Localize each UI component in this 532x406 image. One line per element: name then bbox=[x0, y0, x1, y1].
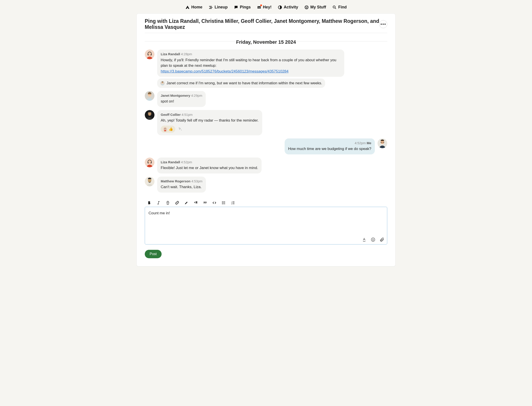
composer-bottom-tools bbox=[362, 237, 384, 242]
nav-home[interactable]: Home bbox=[185, 5, 202, 9]
svg-rect-27 bbox=[223, 204, 225, 204]
svg-rect-29 bbox=[233, 202, 234, 202]
top-nav: Home Lineup Pings Hey! Activity My Stuff… bbox=[0, 0, 532, 14]
text-style-button[interactable] bbox=[362, 237, 367, 242]
date-divider: Friday, November 15 2024 bbox=[145, 33, 387, 50]
svg-rect-23 bbox=[223, 202, 225, 202]
message-author: Liza Randall bbox=[161, 52, 180, 56]
avatar[interactable] bbox=[145, 110, 155, 120]
message-row: Liza Randall4:52pm Flexible! Just let me… bbox=[145, 158, 344, 174]
svg-point-26 bbox=[222, 203, 223, 204]
message-row-mine: 4:52pmMe How much time are we budgeting … bbox=[285, 138, 387, 154]
message-text: Ah, yep! Totally fell off my radar — tha… bbox=[161, 118, 259, 123]
message-bubble[interactable]: Matthew Rogerson4:53pm Can't wait. Thank… bbox=[157, 177, 206, 193]
message-author: Matthew Rogerson bbox=[161, 179, 190, 183]
attachment-button[interactable] bbox=[379, 237, 384, 242]
message-author: Me bbox=[367, 141, 371, 145]
svg-rect-14 bbox=[209, 6, 212, 7]
cursor-click-icon bbox=[178, 127, 183, 131]
emoji-button[interactable] bbox=[371, 237, 376, 242]
lineup-icon bbox=[209, 5, 213, 9]
message-bubble[interactable]: Geoff Collier4:51pm Ah, yep! Totally fel… bbox=[157, 110, 262, 135]
svg-point-20 bbox=[307, 7, 307, 7]
bold-button[interactable] bbox=[147, 201, 151, 205]
reaction-avatar bbox=[163, 127, 167, 131]
more-options-button[interactable]: ••• bbox=[379, 20, 387, 28]
nav-home-label: Home bbox=[191, 5, 202, 9]
reaction-pill[interactable]: 👍 bbox=[161, 126, 175, 133]
nav-mystuff[interactable]: My Stuff bbox=[304, 5, 326, 9]
message-time: 4:51pm bbox=[182, 113, 193, 116]
message-author: Liza Randall bbox=[161, 160, 180, 164]
heading-button[interactable] bbox=[193, 201, 198, 205]
quote-button[interactable] bbox=[203, 201, 207, 205]
message-subnote[interactable]: Janet correct me if I'm wrong, but we wa… bbox=[157, 79, 325, 88]
thumbs-up-icon: 👍 bbox=[169, 126, 173, 132]
message-time: 4:53pm bbox=[191, 179, 202, 183]
code-button[interactable] bbox=[212, 201, 217, 205]
highlight-button[interactable] bbox=[184, 201, 189, 205]
avatar[interactable] bbox=[145, 177, 155, 186]
svg-rect-15 bbox=[210, 7, 213, 8]
svg-rect-33 bbox=[233, 204, 234, 204]
nav-lineup-label: Lineup bbox=[215, 5, 228, 9]
avatar[interactable] bbox=[145, 158, 155, 167]
nav-mystuff-label: My Stuff bbox=[310, 5, 326, 9]
composer-input[interactable]: Count me in! bbox=[145, 207, 387, 245]
tent-icon bbox=[185, 5, 190, 9]
message-text: Flexible! Just let me or Janet know what… bbox=[161, 165, 258, 171]
search-icon bbox=[332, 5, 337, 9]
add-reaction-button[interactable] bbox=[177, 126, 183, 132]
message-time: 4:52pm bbox=[355, 141, 366, 145]
svg-point-21 bbox=[333, 6, 335, 8]
avatar[interactable] bbox=[377, 138, 387, 148]
message-time: 4:28pm bbox=[181, 52, 192, 56]
message-bubble[interactable]: Liza Randall4:28pm Howdy, if ya'll: Frie… bbox=[157, 50, 344, 77]
message-link[interactable]: https://3.basecamp.com/5185276/buckets/2… bbox=[161, 69, 289, 73]
message-time: 4:52pm bbox=[181, 160, 192, 164]
reactions-bar: 👍 bbox=[161, 126, 259, 133]
link-button[interactable] bbox=[175, 201, 179, 205]
chat-icon bbox=[234, 5, 238, 9]
ping-card: Ping with Liza Randall, Christina Miller… bbox=[136, 14, 396, 267]
composer-value: Count me in! bbox=[149, 211, 170, 215]
nav-pings[interactable]: Pings bbox=[234, 5, 251, 9]
smile-icon bbox=[304, 5, 309, 9]
message-row: Janet Montgomery4:29pm spot on! bbox=[145, 91, 344, 107]
italic-button[interactable] bbox=[156, 201, 161, 205]
svg-point-35 bbox=[372, 239, 373, 239]
message-author: Geoff Collier bbox=[161, 113, 181, 116]
nav-hey[interactable]: Hey! bbox=[257, 5, 271, 9]
nav-activity[interactable]: Activity bbox=[278, 5, 298, 9]
message-bubble[interactable]: Janet Montgomery4:29pm spot on! bbox=[157, 91, 206, 107]
message-bubble[interactable]: 4:52pmMe How much time are we budgeting … bbox=[285, 138, 375, 154]
avatar[interactable] bbox=[145, 50, 155, 59]
notification-dot-icon bbox=[260, 4, 262, 6]
nav-hey-label: Hey! bbox=[263, 5, 271, 9]
nav-pings-label: Pings bbox=[240, 5, 251, 9]
message-row: Matthew Rogerson4:53pm Can't wait. Thank… bbox=[145, 177, 344, 193]
svg-rect-16 bbox=[209, 8, 212, 9]
nav-find[interactable]: Find bbox=[332, 5, 347, 9]
message-row: Liza Randall4:28pm Howdy, if ya'll: Frie… bbox=[145, 50, 344, 88]
strike-button[interactable] bbox=[166, 201, 170, 205]
post-button[interactable]: Post bbox=[145, 250, 162, 258]
message-text: Can't wait. Thanks, Liza. bbox=[161, 184, 202, 190]
svg-point-22 bbox=[222, 201, 223, 202]
svg-rect-31 bbox=[233, 203, 234, 203]
svg-point-24 bbox=[222, 202, 223, 203]
message-text: spot on! bbox=[161, 99, 202, 104]
composer-toolbar: 123 bbox=[145, 198, 387, 207]
message-text: Howdy, if ya'll: Friendly reminder that … bbox=[161, 57, 341, 74]
nav-find-label: Find bbox=[338, 5, 347, 9]
subnote-text: Janet correct me if I'm wrong, but we wa… bbox=[166, 80, 322, 86]
nav-activity-label: Activity bbox=[284, 5, 298, 9]
svg-text:3: 3 bbox=[231, 203, 232, 204]
number-list-button[interactable]: 123 bbox=[231, 201, 235, 205]
message-author: Janet Montgomery bbox=[161, 94, 190, 97]
svg-rect-25 bbox=[223, 203, 225, 203]
avatar[interactable] bbox=[145, 91, 155, 101]
message-bubble[interactable]: Liza Randall4:52pm Flexible! Just let me… bbox=[157, 158, 262, 174]
bullet-list-button[interactable] bbox=[221, 201, 226, 205]
nav-lineup[interactable]: Lineup bbox=[209, 5, 228, 9]
